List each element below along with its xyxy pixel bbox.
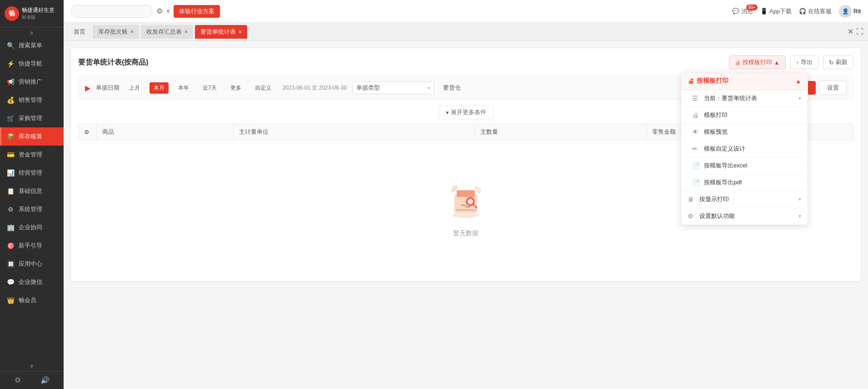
template-preview-icon: 👁 xyxy=(692,128,700,136)
topbar-dropdown-icon[interactable]: ▾ xyxy=(166,7,170,15)
scroll-up-btn[interactable]: ▲ xyxy=(0,27,64,36)
sidebar-item-purchase[interactable]: 🛒 采购管理 xyxy=(0,109,64,127)
tab-inventory-batch-close[interactable]: × xyxy=(130,29,134,35)
template-excel-icon: 📄 xyxy=(692,162,700,169)
sidebar-label-search: 搜索菜单 xyxy=(19,41,42,50)
tab-maximize-icon[interactable]: ⛶ xyxy=(856,28,863,36)
date-btn-this-year[interactable]: 本年 xyxy=(174,82,193,94)
svg-point-4 xyxy=(468,199,473,204)
dropdown-template-print[interactable]: 🖨 模板打印 xyxy=(681,107,808,124)
table-header-settings[interactable]: ⚙ xyxy=(79,124,97,140)
sidebar-item-quick-nav[interactable]: ⚡ 快捷导航 xyxy=(0,55,64,73)
setting-btn[interactable]: 设置 xyxy=(819,81,847,95)
sidebar-bottom: ⚙ 🔊 xyxy=(0,371,64,389)
tab-order-stats[interactable]: 要货单统计表 × xyxy=(195,25,247,39)
sidebar-label-wechat: 企业微信 xyxy=(19,278,42,286)
display-print-icon: 🖥 xyxy=(688,196,696,203)
sidebar-item-finance[interactable]: 💳 资金管理 xyxy=(0,146,64,164)
dropdown-template-design-label: 模板自定义设计 xyxy=(704,145,745,153)
dropdown-display-print[interactable]: 🖥 按显示打印 ▾ xyxy=(681,191,808,208)
tab-order-stats-close[interactable]: × xyxy=(239,29,242,35)
sidebar-item-inventory[interactable]: 📦 库存核算 xyxy=(0,127,64,146)
date-btn-last-month[interactable]: 上月 xyxy=(125,82,144,94)
sidebar-label-finance: 资金管理 xyxy=(19,151,42,159)
tab-close-all-icon[interactable]: ✕ xyxy=(848,27,853,36)
export-btn-label: 导出 xyxy=(801,58,813,66)
printer-icon: 🖨 xyxy=(735,59,741,66)
tab-inventory-batch[interactable]: 库存批次账 × xyxy=(93,25,139,39)
sidebar-item-guide[interactable]: 🎯 新手引导 xyxy=(0,237,64,255)
sidebar-label-purchase: 采购管理 xyxy=(19,114,42,122)
dropdown-template-pdf-label: 按模板导出pdf xyxy=(704,178,742,187)
speaker-icon[interactable]: 🔊 xyxy=(40,376,50,384)
tab-receipt-summary[interactable]: 收发存汇总表 × xyxy=(141,25,193,39)
tab-receipt-summary-close[interactable]: × xyxy=(185,29,188,35)
dropdown-title-text: 按模板打印 xyxy=(697,77,728,85)
print-dropdown-arrow[interactable]: ▲ xyxy=(774,59,780,66)
table-header-quantity: 主数量 xyxy=(475,124,647,140)
notice-icon: 💬 xyxy=(732,8,739,15)
date-btn-more[interactable]: 更多 xyxy=(226,82,245,94)
wechat-icon: 💬 xyxy=(6,278,15,287)
dropdown-template-excel[interactable]: 📄 按模板导出excel xyxy=(681,157,808,174)
dropdown-current-template[interactable]: ☰ 当前：要货单统计表 ▾ xyxy=(681,90,808,107)
trial-button[interactable]: 体验行业方案 xyxy=(174,5,220,18)
date-btn-custom[interactable]: 自定义 xyxy=(251,82,275,94)
dropdown-template-preview[interactable]: 👁 模板预览 xyxy=(681,124,808,141)
enterprise-icon: 🏢 xyxy=(6,223,15,232)
member-icon: 👑 xyxy=(6,296,15,305)
filter-expand-icon[interactable]: ▶ xyxy=(85,84,90,92)
sidebar-item-system[interactable]: ⚙ 系统管理 xyxy=(0,200,64,218)
sidebar-item-wechat[interactable]: 💬 企业微信 xyxy=(0,273,64,291)
print-btn[interactable]: 🖨 按模板打印 ▲ xyxy=(729,56,786,69)
marketing-icon: 📢 xyxy=(6,77,15,86)
settings-bottom-icon[interactable]: ⚙ xyxy=(15,376,21,384)
export-btn[interactable]: ↑ 导出 xyxy=(790,56,819,69)
dropdown-template-design[interactable]: ✏ 模板自定义设计 xyxy=(681,141,808,157)
dropdown-collapse-icon[interactable]: ▲ xyxy=(795,78,801,85)
app-download-btn[interactable]: 📱 App下载 xyxy=(760,7,792,15)
topbar-right: 💬 消息 99+ 📱 App下载 🎧 在线客服 👤 Rit xyxy=(732,5,861,18)
user-btn[interactable]: 👤 Rit xyxy=(839,5,861,18)
scroll-down-btn[interactable]: ▼ xyxy=(0,362,64,371)
template-select-icon: ☰ xyxy=(692,95,700,102)
expand-conditions-btn[interactable]: ▾ 展开更多条件 xyxy=(438,106,494,119)
svg-rect-2 xyxy=(457,190,475,197)
dropdown-template-excel-label: 按模板导出excel xyxy=(704,162,747,170)
logo-char: 畅 xyxy=(9,10,15,18)
page-title: 要货单统计表(按商品) xyxy=(78,58,149,67)
notice-btn[interactable]: 💬 消息 99+ xyxy=(732,7,753,15)
sidebar-item-app-center[interactable]: 🔲 应用中心 xyxy=(0,255,64,273)
sidebar-item-basic[interactable]: 📋 基础信息 xyxy=(0,182,64,200)
date-label: 单据日期 xyxy=(96,84,120,92)
sidebar-item-operation[interactable]: 📊 经营管理 xyxy=(0,164,64,182)
sidebar-label-member: 畅会员 xyxy=(19,296,36,304)
sidebar-label-quick-nav: 快捷导航 xyxy=(19,60,42,68)
date-btn-7days[interactable]: 近7天 xyxy=(199,82,221,94)
svg-rect-6 xyxy=(456,209,476,211)
sidebar-item-enterprise[interactable]: 🏢 企业协同 xyxy=(0,218,64,237)
tab-home[interactable]: 首页 xyxy=(68,25,91,39)
dropdown-default-func[interactable]: ⚙ 设置默认功能 ▾ xyxy=(681,208,808,225)
print-btn-label: 按模板打印 xyxy=(743,58,772,66)
expand-conditions-icon: ▾ xyxy=(446,109,449,116)
online-service-btn[interactable]: 🎧 在线客服 xyxy=(799,7,832,15)
date-btn-this-month[interactable]: 本月 xyxy=(150,82,169,94)
dropdown-template-pdf[interactable]: 📄 按模板导出pdf xyxy=(681,174,808,191)
topbar-search-input[interactable] xyxy=(71,5,153,18)
search-icon: 🔍 xyxy=(6,41,15,50)
dropdown-title: 🖨 按模板打印 xyxy=(688,77,728,85)
type-select[interactable]: 单据类型 ▾ xyxy=(352,81,434,94)
dropdown-current-arrow: ▾ xyxy=(798,95,801,101)
sales-icon: 💰 xyxy=(6,96,15,105)
sidebar-item-search[interactable]: 🔍 搜索菜单 xyxy=(0,36,64,55)
sidebar-item-member[interactable]: 👑 畅会员 xyxy=(0,291,64,309)
dropdown-print-icon: 🖨 xyxy=(688,77,694,85)
main-content: 要货单统计表(按商品) 🖨 按模板打印 ▲ ↑ 导出 ↻ 刷新 xyxy=(64,41,868,389)
topbar-gear-icon[interactable]: ⚙ xyxy=(156,7,163,15)
sidebar-item-sales[interactable]: 💰 销售管理 xyxy=(0,91,64,109)
sidebar-label-marketing: 营销推广 xyxy=(19,78,42,86)
refresh-btn[interactable]: ↻ 刷新 xyxy=(823,56,853,69)
guide-icon: 🎯 xyxy=(6,241,15,250)
sidebar-item-marketing[interactable]: 📢 营销推广 xyxy=(0,73,64,91)
